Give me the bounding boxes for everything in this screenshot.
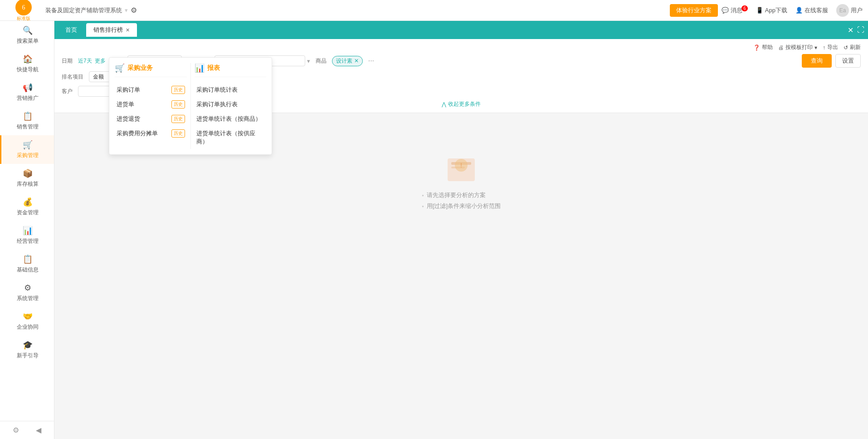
tab-expand-icon[interactable]: ⛶ [857, 26, 864, 35]
svg-text:6: 6 [22, 4, 25, 11]
dropdown-arrow[interactable]: ▾ [125, 7, 128, 14]
content-area: ❓ 帮助 🖨 按模板打印 ▾ ↑ 导出 ↺ [54, 39, 868, 439]
operation-icon: 📊 [23, 226, 33, 236]
status-dropdown-icon[interactable]: ▾ [307, 58, 310, 64]
system-title: 装备及固定资产辅助管理系统 ▾ ⚙ [45, 6, 666, 15]
dropdown-item-expense[interactable]: 采购费用分摊单 历史 [115, 126, 187, 141]
tab-home[interactable]: 首页 [58, 23, 84, 37]
goods-tag-text: 设计素 [336, 57, 352, 65]
sidebar-item-enterprise[interactable]: 🤝 企业协同 [0, 307, 54, 335]
collapse-icon[interactable]: ◀ [36, 426, 41, 434]
gear-icon[interactable]: ⚙ [131, 6, 137, 15]
goods-label: 商品 [316, 57, 327, 65]
return-label: 进货退货 [117, 115, 140, 123]
top-bar: 6 标准版 装备及固定资产辅助管理系统 ▾ ⚙ 体验行业方案 💬 消息 6 📱 … [0, 0, 868, 21]
sidebar-label-enterprise: 企业协同 [17, 323, 39, 331]
refresh-btn[interactable]: ↺ 刷新 [844, 44, 861, 51]
help-icon: ❓ [753, 44, 760, 51]
date-more[interactable]: 更多 [95, 57, 106, 65]
help-btn[interactable]: ❓ 帮助 [753, 44, 773, 51]
user-btn[interactable]: Ea 用户 [836, 4, 863, 17]
svg-text:!: ! [460, 162, 462, 169]
app-icon: 📱 [756, 7, 763, 14]
report-col: 📊 报表 采购订单统计表 采购订单执行表 进货单统计表（按商品） [195, 63, 267, 149]
tab-close-icon[interactable]: ✕ [126, 27, 130, 33]
sidebar: 🔍 搜索菜单 🏠 快捷导航 📢 营销推广 📋 销售管理 🛒 采购管理 📦 库存核… [0, 21, 54, 439]
sidebar-item-basic[interactable]: 📋 基础信息 [0, 250, 54, 278]
tab-bar-right: ✕ ⛶ [848, 26, 864, 35]
app-btn[interactable]: 📱 App下载 [756, 6, 787, 15]
sidebar-item-search[interactable]: 🔍 搜索菜单 [0, 21, 54, 49]
print-arrow: ▾ [814, 44, 817, 51]
msg-btn[interactable]: 💬 消息 6 [722, 6, 748, 15]
sidebar-item-quick-nav[interactable]: 🏠 快捷导航 [0, 49, 54, 78]
print-label: 按模板打印 [785, 44, 813, 51]
receipt-history[interactable]: 历史 [171, 100, 185, 109]
print-btn[interactable]: 🖨 按模板打印 ▾ [778, 44, 817, 51]
sidebar-item-purchase[interactable]: 🛒 采购管理 [0, 135, 54, 164]
tab-bar: 首页 销售排行榜 ✕ ✕ ⛶ [54, 21, 868, 39]
system-icon: ⚙ [24, 283, 31, 293]
sidebar-item-finance[interactable]: 💰 资金管理 [0, 192, 54, 221]
enterprise-icon: 🤝 [23, 311, 33, 321]
empty-text-list: 请先选择要分析的方案 用[过滤]条件来缩小分析范围 [422, 191, 501, 213]
settings-icon[interactable]: ⚙ [13, 426, 19, 434]
sidebar-item-operation[interactable]: 📊 经营管理 [0, 221, 54, 250]
dropdown-item-order-stat[interactable]: 采购订单统计表 [195, 83, 267, 97]
expense-history[interactable]: 历史 [171, 129, 185, 138]
guide-icon: 🎓 [23, 340, 33, 350]
inventory-icon: 📦 [23, 168, 33, 178]
return-history[interactable]: 历史 [171, 115, 185, 123]
dropdown-item-receipt[interactable]: 进货单 历史 [115, 97, 187, 112]
sidebar-label-system: 系统管理 [17, 295, 39, 302]
logo-text: 标准版 [17, 15, 30, 22]
dropdown-item-order-exec[interactable]: 采购订单执行表 [195, 97, 267, 112]
tab-close-all-icon[interactable]: ✕ [848, 26, 853, 35]
setting-btn[interactable]: 设置 [835, 54, 861, 68]
purchase-order-history[interactable]: 历史 [171, 86, 185, 94]
app-label: App下载 [765, 6, 787, 15]
receipt-label: 进货单 [117, 100, 134, 109]
sidebar-label-marketing: 营销推广 [17, 94, 39, 102]
dropdown-cols: 🛒 采购业务 采购订单 历史 进货单 历史 进货退货 [115, 63, 266, 149]
sidebar-item-guide[interactable]: 🎓 新手引导 [0, 335, 54, 364]
sidebar-label-quick-nav: 快捷导航 [17, 66, 39, 74]
goods-more-dots[interactable]: ··· [368, 57, 374, 65]
sidebar-item-sales[interactable]: 📋 销售管理 [0, 107, 54, 135]
report-col-title-text: 报表 [207, 64, 220, 72]
purchase-col: 🛒 采购业务 采购订单 历史 进货单 历史 进货退货 [115, 63, 187, 149]
tab-sales-rank[interactable]: 销售排行榜 ✕ [86, 23, 137, 37]
order-stat-label: 采购订单统计表 [196, 86, 238, 94]
service-btn[interactable]: 👤 在线客服 [795, 6, 828, 15]
purchase-icon: 🛒 [23, 140, 33, 150]
export-btn[interactable]: ↑ 导出 [823, 44, 838, 51]
dropdown-item-receipt-by-supplier[interactable]: 进货单统计表（按供应商） [195, 126, 267, 149]
sidebar-label-sales: 销售管理 [17, 123, 39, 131]
order-exec-label: 采购订单执行表 [196, 100, 238, 109]
refresh-icon: ↺ [844, 44, 848, 51]
sidebar-item-marketing[interactable]: 📢 营销推广 [0, 78, 54, 107]
date-7days[interactable]: 近7天 [78, 57, 92, 65]
collapse-label: 收起更多条件 [448, 100, 481, 108]
marketing-icon: 📢 [23, 83, 33, 93]
dropdown-item-return[interactable]: 进货退货 历史 [115, 112, 187, 126]
customer-label: 客户 [62, 88, 73, 95]
finance-icon: 💰 [23, 197, 33, 207]
goods-tag-close[interactable]: ✕ [354, 58, 359, 64]
sidebar-label-operation: 经营管理 [17, 237, 39, 245]
report-col-icon: 📊 [195, 63, 205, 73]
sidebar-item-inventory[interactable]: 📦 库存核算 [0, 164, 54, 192]
dropdown-item-receipt-by-goods[interactable]: 进货单统计表（按商品） [195, 112, 267, 126]
purchase-order-label: 采购订单 [117, 86, 140, 94]
industry-btn[interactable]: 体验行业方案 [670, 4, 718, 17]
sidebar-label-search: 搜索菜单 [17, 37, 39, 45]
sidebar-item-system[interactable]: ⚙ 系统管理 [0, 278, 54, 307]
collapse-up-icon: ⋀ [442, 101, 446, 108]
expense-label: 采购费用分摊单 [117, 129, 158, 138]
sidebar-label-purchase: 采购管理 [17, 152, 39, 159]
dropdown-item-purchase-order[interactable]: 采购订单 历史 [115, 83, 187, 97]
main: 首页 销售排行榜 ✕ ✕ ⛶ ❓ [54, 21, 868, 439]
query-btn[interactable]: 查询 [802, 54, 832, 68]
top-bar-right: 💬 消息 6 📱 App下载 👤 在线客服 Ea 用户 [722, 4, 863, 17]
sidebar-label-guide: 新手引导 [17, 352, 39, 360]
